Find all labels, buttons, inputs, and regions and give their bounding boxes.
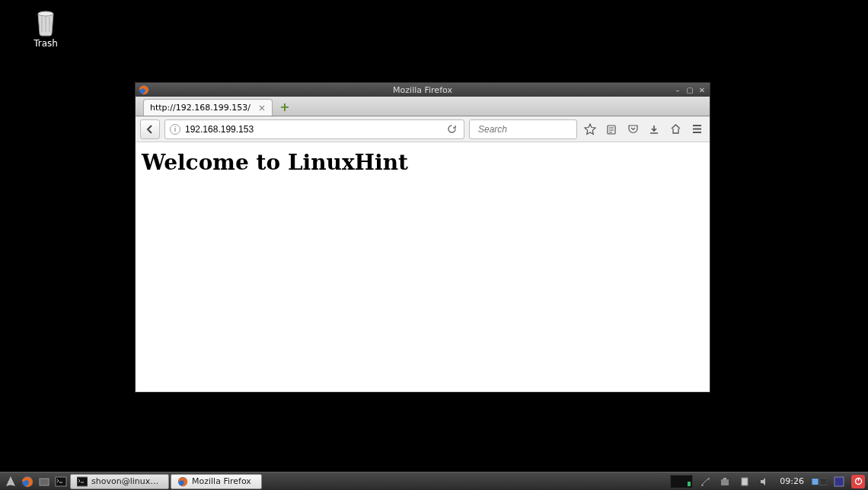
trash-desktop-icon[interactable]: Trash: [23, 8, 69, 49]
svg-rect-9: [721, 479, 729, 485]
window-titlebar[interactable]: Mozilla Firefox – ▢ ✕: [136, 83, 710, 97]
arrow-left-icon: [145, 124, 155, 135]
clock[interactable]: 09:26: [777, 476, 807, 486]
url-input[interactable]: [185, 124, 442, 135]
logout-button[interactable]: [851, 475, 865, 488]
taskbar-item-label: shovon@linuxhi...: [91, 476, 162, 486]
folder-icon: [38, 476, 50, 488]
download-icon: [649, 124, 659, 135]
downloads-button[interactable]: [646, 121, 662, 138]
maximize-button[interactable]: ▢: [685, 85, 694, 94]
new-tab-button[interactable]: +: [277, 99, 292, 114]
close-window-button[interactable]: ✕: [697, 85, 707, 94]
firefox-window: Mozilla Firefox – ▢ ✕ http://192.168.199…: [136, 83, 710, 392]
page-heading: Welcome to LinuxHint: [142, 150, 704, 175]
tab-title: http://192.168.199.153/: [150, 103, 251, 113]
home-icon: [670, 123, 681, 135]
menu-button[interactable]: [688, 121, 705, 138]
svg-rect-5: [40, 479, 49, 485]
terminal-icon: [77, 476, 88, 487]
taskbar-item-firefox[interactable]: Mozilla Firefox: [171, 474, 262, 489]
search-bar[interactable]: [469, 119, 577, 139]
home-button[interactable]: [667, 121, 684, 138]
system-tray: 09:26: [670, 474, 865, 489]
clipboard-icon: [606, 124, 617, 135]
updates-icon[interactable]: [717, 474, 732, 489]
terminal-icon: [55, 476, 67, 488]
minimize-button[interactable]: –: [673, 85, 682, 94]
trash-label: Trash: [23, 38, 69, 49]
arch-icon: [5, 476, 17, 488]
trash-icon: [33, 8, 59, 37]
network-monitor[interactable]: [670, 475, 693, 488]
reload-icon: [447, 124, 457, 134]
search-input[interactable]: [478, 124, 593, 135]
firefox-icon: [21, 476, 34, 488]
terminal-launcher[interactable]: [53, 474, 69, 489]
show-desktop-button[interactable]: [831, 474, 847, 489]
firefox-icon: [177, 476, 188, 487]
svg-rect-6: [56, 477, 66, 486]
network-icon[interactable]: [697, 474, 713, 489]
library-button[interactable]: [603, 121, 620, 138]
svg-rect-13: [834, 477, 844, 486]
pocket-button[interactable]: [624, 121, 641, 138]
volume-icon[interactable]: [757, 474, 772, 489]
svg-rect-7: [77, 477, 88, 486]
pocket-icon: [627, 123, 639, 135]
tab-strip: http://192.168.199.153/ × +: [136, 97, 710, 116]
bookmark-star-button[interactable]: [582, 121, 598, 138]
svg-rect-12: [820, 478, 827, 485]
svg-point-0: [38, 11, 53, 16]
nav-toolbar: i: [136, 116, 710, 142]
url-bar[interactable]: i: [164, 119, 464, 139]
svg-rect-11: [812, 478, 819, 485]
start-menu-button[interactable]: [3, 474, 18, 489]
site-info-icon[interactable]: i: [170, 124, 180, 135]
taskbar-item-terminal[interactable]: shovon@linuxhi...: [70, 474, 169, 489]
firefox-icon: [139, 84, 149, 95]
back-button[interactable]: [140, 119, 160, 139]
workspace-switcher[interactable]: [812, 474, 827, 489]
close-tab-button[interactable]: ×: [258, 103, 266, 113]
hamburger-icon: [691, 123, 703, 135]
clipboard-tray-icon[interactable]: [737, 474, 752, 489]
page-content: Welcome to LinuxHint: [136, 142, 710, 392]
taskbar-item-label: Mozilla Firefox: [192, 476, 251, 486]
star-icon: [584, 123, 596, 135]
firefox-launcher[interactable]: [20, 474, 35, 489]
svg-rect-10: [742, 478, 748, 485]
taskbar: shovon@linuxhi... Mozilla Firefox 09:26: [0, 472, 868, 490]
files-launcher[interactable]: [37, 474, 52, 489]
browser-tab[interactable]: http://192.168.199.153/ ×: [143, 99, 273, 116]
power-icon: [854, 477, 863, 485]
reload-button[interactable]: [447, 124, 459, 134]
window-title: Mozilla Firefox: [136, 85, 710, 95]
